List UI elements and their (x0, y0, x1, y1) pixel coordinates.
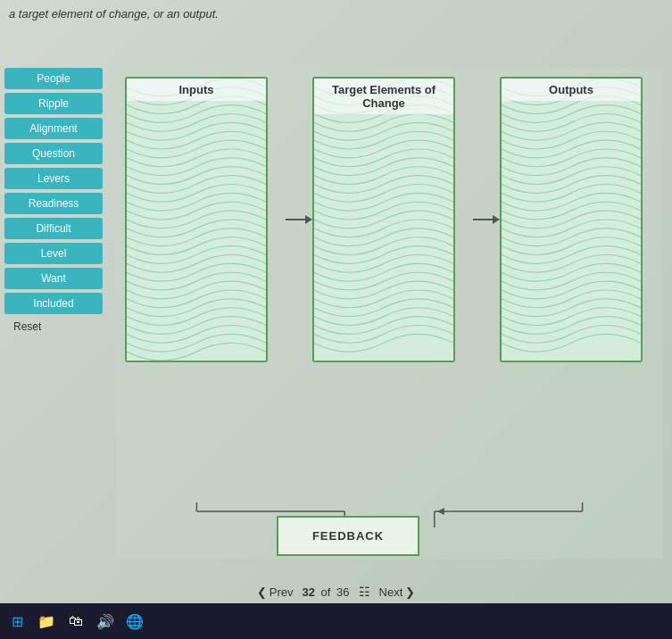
prev-chevron-icon: ❮ (257, 585, 267, 599)
inputs-label: Inputs (127, 79, 266, 101)
next-chevron-icon: ❯ (405, 585, 415, 599)
sidebar-btn-included[interactable]: Included (4, 293, 103, 314)
sidebar-btn-readiness[interactable]: Readiness (4, 193, 103, 214)
store-icon[interactable]: 🛍 (63, 609, 88, 634)
feedback-box: FEEDBACK (277, 516, 419, 556)
grid-icon[interactable]: ​☷ (359, 585, 370, 599)
sidebar-btn-level[interactable]: Level (4, 243, 103, 264)
total-pages: 36 (336, 585, 349, 599)
next-label: Next (379, 585, 403, 599)
target-box: Target Elements ofChange (312, 77, 455, 362)
taskbar: ⊞ 📁 🛍 🔊 🌐 (0, 603, 672, 639)
current-page: 32 (302, 585, 314, 599)
svg-marker-5 (493, 215, 500, 224)
chrome-icon[interactable]: 🌐 (122, 609, 147, 634)
speaker-icon[interactable]: 🔊 (93, 609, 118, 634)
target-label: Target Elements ofChange (314, 79, 453, 114)
next-button[interactable]: Next ❯ (379, 585, 416, 599)
sidebar-btn-difficult[interactable]: Difficult (4, 218, 103, 239)
arrow-2 (473, 77, 500, 362)
sidebar-btn-people[interactable]: People (4, 68, 103, 89)
outputs-label: Outputs (502, 79, 641, 101)
inputs-box: Inputs (125, 77, 268, 362)
windows-icon[interactable]: ⊞ (4, 609, 29, 634)
page-info: 32 of 36 (302, 585, 349, 599)
sidebar-btn-want[interactable]: Want (4, 268, 103, 289)
diagram-area: Inputs (116, 68, 663, 559)
sidebar-btn-levers[interactable]: Levers (4, 168, 103, 189)
arrow-1 (286, 77, 312, 362)
reset-button[interactable]: Reset (4, 318, 103, 336)
sidebar-btn-ripple[interactable]: Ripple (4, 93, 103, 114)
sidebar-btn-alignment[interactable]: Alignment (4, 118, 103, 139)
bottom-navigation: ❮ Prev 32 of 36 ​☷ Next ❯ (0, 585, 672, 599)
svg-marker-2 (305, 215, 312, 224)
feedback-section: FEEDBACK (125, 502, 654, 552)
main-screen: a target element of change, or an output… (0, 0, 672, 639)
boxes-container: Inputs (125, 77, 654, 505)
prev-label: Prev (270, 585, 294, 599)
feedback-label: FEEDBACK (312, 529, 384, 543)
sidebar: People Ripple Alignment Question Levers … (4, 68, 103, 336)
outputs-box: Outputs (500, 77, 643, 362)
of-label: of (321, 585, 331, 599)
svg-marker-13 (437, 508, 444, 515)
folder-icon[interactable]: 📁 (34, 609, 59, 634)
sidebar-btn-question[interactable]: Question (4, 143, 103, 164)
prev-button[interactable]: ❮ Prev (257, 585, 294, 599)
header-subtitle: a target element of change, or an output… (9, 7, 219, 21)
